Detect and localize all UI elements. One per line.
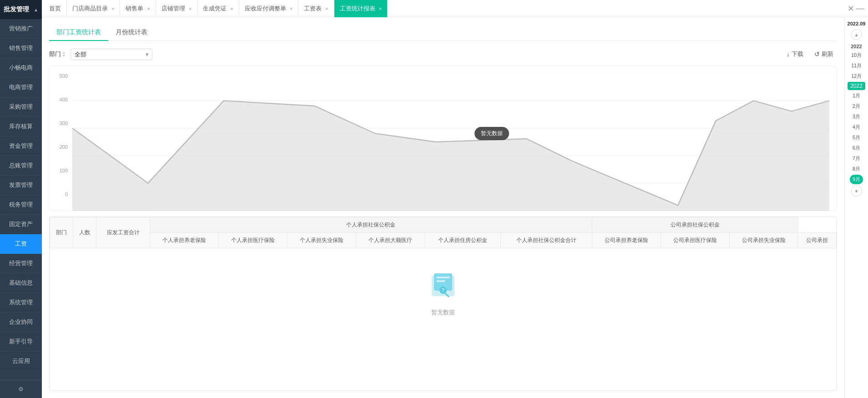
minimize-icon[interactable]: — — [856, 4, 864, 13]
sidebar-title[interactable]: 批发管理 ▲ — [0, 0, 42, 19]
timeline-month-may[interactable]: 5月 — [850, 133, 863, 142]
tab-sales-order-label: 销售单 — [126, 5, 143, 13]
tab-home[interactable]: 首页 — [45, 0, 67, 17]
sidebar-item-sales[interactable]: 销售管理 — [0, 39, 42, 58]
timeline-down-nav[interactable]: ▼ — [851, 186, 862, 196]
dept-select-wrapper: 全部 — [71, 49, 152, 60]
y-label-300: 300 — [60, 121, 68, 126]
content-area: 部门工资统计表 月份统计表 部门： 全部 ↓ 下载 — [42, 17, 868, 398]
tab-payroll-close[interactable]: × — [325, 6, 328, 11]
tab-payroll[interactable]: 工资表 × — [298, 0, 334, 17]
tab-ar-ap[interactable]: 应收应付调整单 × — [239, 0, 298, 17]
sub-tab-month[interactable]: 月份统计表 — [108, 25, 155, 41]
tab-voucher-label: 生成凭证 — [203, 5, 227, 13]
timeline-month-jul[interactable]: 7月 — [850, 154, 863, 163]
sidebar-item-purchase[interactable]: 采购管理 — [0, 97, 42, 117]
refresh-button[interactable]: ↺ 刷新 — [811, 48, 837, 60]
tab-home-label: 首页 — [49, 5, 61, 13]
y-label-200: 200 — [60, 144, 68, 150]
dept-select[interactable]: 全部 — [71, 49, 152, 60]
sub-tab-dept[interactable]: 部门工资统计表 — [49, 25, 108, 41]
toolbar-row: 部门： 全部 ↓ 下载 ↺ 刷新 — [49, 48, 837, 60]
refresh-icon: ↺ — [814, 50, 820, 58]
chart-y-labels: 500 400 300 200 100 0 — [50, 73, 71, 197]
svg-rect-9 — [436, 277, 450, 278]
timeline-month-oct[interactable]: 10月 — [848, 50, 864, 60]
timeline-month-nov[interactable]: 11月 — [848, 61, 864, 71]
tab-voucher-close[interactable]: × — [230, 6, 233, 11]
refresh-label: 刷新 — [822, 50, 833, 58]
timeline-header: 2022.09 — [848, 21, 866, 26]
table-container[interactable]: 部门 人数 应发工资合计 个人承担社保公积金 公司承担社保公积金 个人承担养老保… — [49, 217, 837, 391]
tab-payroll-report[interactable]: 工资统计报表 × — [334, 0, 388, 17]
timeline-month-aug[interactable]: 8月 — [850, 164, 863, 174]
sidebar-item-system[interactable]: 系统管理 — [0, 293, 42, 312]
timeline-month-dec[interactable]: 12月 — [848, 71, 864, 81]
timeline-month-feb[interactable]: 2月 — [850, 101, 863, 111]
tab-sales-order-close[interactable]: × — [147, 6, 150, 11]
th-company-more: 公司承担 — [798, 233, 837, 248]
sidebar-item-cloud[interactable]: 云应用 — [0, 352, 42, 371]
download-label: 下载 — [792, 50, 803, 58]
tab-store-catalog[interactable]: 门店商品目录 × — [67, 0, 120, 17]
empty-text: 暂无数据 — [431, 308, 455, 317]
timeline-month-jun[interactable]: 6月 — [850, 143, 863, 153]
sidebar-item-operations[interactable]: 经营管理 — [0, 254, 42, 273]
tab-store-catalog-close[interactable]: × — [111, 6, 114, 11]
tab-ar-ap-label: 应收应付调整单 — [245, 5, 286, 13]
tab-payroll-label: 工资表 — [304, 5, 322, 13]
timeline-year-2023-badge[interactable]: 2022 — [848, 82, 865, 90]
th-company-group: 公司承担社保公积金 — [592, 217, 798, 233]
sidebar: 批发管理 ▲ 营销推广 销售管理 小畅电商 电商管理 采购管理 库存核算 资金管… — [0, 0, 42, 398]
settings-icon[interactable]: ⚙ — [0, 380, 42, 398]
empty-row: ? 暂无数据 — [50, 248, 837, 335]
timeline-up-nav[interactable]: ▲ — [851, 29, 862, 40]
sidebar-item-basic-info[interactable]: 基础信息 — [0, 273, 42, 293]
svg-marker-6 — [72, 101, 829, 211]
timeline-month-mar[interactable]: 3月 — [850, 112, 863, 121]
empty-icon: ? — [425, 267, 461, 303]
main-area: 首页 门店商品目录 × 销售单 × 店铺管理 × 生成凭证 × 应收应付调整单 … — [42, 0, 868, 398]
th-personal-housing: 个人承担住房公积金 — [424, 233, 501, 248]
tab-ar-ap-close[interactable]: × — [290, 6, 293, 11]
sidebar-item-tax[interactable]: 税务管理 — [0, 195, 42, 215]
timeline-month-apr[interactable]: 4月 — [850, 122, 863, 132]
tab-voucher[interactable]: 生成凭证 × — [197, 0, 239, 17]
sidebar-item-assets[interactable]: 固定资产 — [0, 215, 42, 234]
page-content: 部门工资统计表 月份统计表 部门： 全部 ↓ 下载 — [42, 17, 844, 398]
sidebar-item-marketing[interactable]: 营销推广 — [0, 19, 42, 39]
th-personal-group: 个人承担社保公积金 — [150, 217, 592, 233]
tab-store-management[interactable]: 店铺管理 × — [156, 0, 197, 17]
sidebar-item-payroll[interactable]: 工资 — [0, 234, 42, 254]
timeline-year-2022: 2022 — [851, 44, 862, 49]
th-personal-medical: 个人承担医疗保险 — [218, 233, 287, 248]
download-button[interactable]: ↓ 下载 — [783, 48, 807, 60]
sidebar-item-invoice[interactable]: 发票管理 — [0, 176, 42, 195]
sidebar-title-label: 批发管理 — [4, 5, 29, 14]
timeline-month-jan[interactable]: 1月 — [850, 91, 863, 101]
tab-payroll-report-close[interactable]: × — [379, 6, 382, 11]
empty-state: ? 暂无数据 — [50, 248, 837, 335]
timeline-month-sep[interactable]: 9月 — [850, 175, 863, 184]
th-count: 人数 — [73, 217, 96, 248]
th-personal-pension: 个人承担养老保险 — [150, 233, 219, 248]
chart-svg — [72, 73, 829, 211]
svg-text:?: ? — [442, 288, 444, 293]
close-all-icon[interactable]: ✕ — [848, 4, 854, 14]
tab-bar: 首页 门店商品目录 × 销售单 × 店铺管理 × 生成凭证 × 应收应付调整单 … — [42, 0, 868, 17]
sidebar-item-collab[interactable]: 企业协同 — [0, 312, 42, 332]
sidebar-item-guide[interactable]: 新手引导 — [0, 332, 42, 352]
sidebar-item-ledger[interactable]: 总账管理 — [0, 156, 42, 176]
tab-sales-order[interactable]: 销售单 × — [120, 0, 156, 17]
sidebar-item-finance[interactable]: 资金管理 — [0, 136, 42, 156]
chart-area: 500 400 300 200 100 0 — [49, 65, 837, 211]
tab-store-catalog-label: 门店商品目录 — [72, 5, 108, 13]
sidebar-item-ecommerce[interactable]: 电商管理 — [0, 78, 42, 97]
sub-tab-bar: 部门工资统计表 月份统计表 — [49, 25, 837, 41]
th-total: 应发工资合计 — [96, 217, 150, 248]
sidebar-item-inventory[interactable]: 库存核算 — [0, 117, 42, 136]
sidebar-item-ecommerce-small[interactable]: 小畅电商 — [0, 58, 42, 78]
tab-store-management-close[interactable]: × — [189, 6, 192, 11]
tab-bar-actions: ✕ — — [848, 4, 864, 14]
payroll-table: 部门 人数 应发工资合计 个人承担社保公积金 公司承担社保公积金 个人承担养老保… — [50, 217, 837, 335]
